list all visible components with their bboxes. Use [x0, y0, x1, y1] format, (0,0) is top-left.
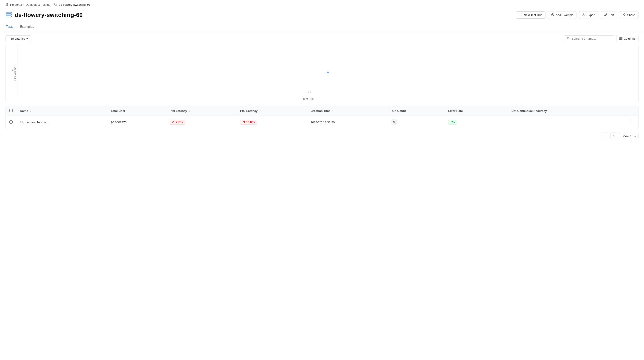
add-example-button[interactable]: Add Example	[548, 11, 577, 19]
col-error-rate[interactable]: Error Rate ↕	[444, 106, 508, 116]
page-header: ds-flowery-switching-60 + + New Test Run…	[0, 9, 644, 22]
tab-bar: Tests Examples	[0, 22, 644, 31]
chart-y-label: P50 Latency	[13, 66, 16, 80]
col-name[interactable]: Name ↕	[16, 106, 107, 116]
export-button[interactable]: Export	[578, 11, 599, 19]
toolbar-right: Columns	[564, 35, 638, 42]
row-checkbox[interactable]	[10, 120, 12, 124]
chart-inner	[17, 45, 638, 95]
columns-button[interactable]: Columns	[616, 35, 638, 42]
cot-sort-icon: ↕	[548, 110, 550, 112]
col-cot-accuracy[interactable]: Cot Contextual Accuracy ↕	[508, 106, 624, 116]
col-p50-latency[interactable]: P50 Latency ↕	[166, 106, 236, 116]
row-checkbox-cell	[6, 116, 16, 129]
p99-sort-icon: ↕	[259, 110, 260, 112]
breadcrumb-datasets[interactable]: Datasets & Testing	[26, 3, 50, 6]
show-count-chevron: ⌃	[634, 135, 636, 137]
svg-point-6	[567, 37, 569, 39]
svg-rect-9	[621, 37, 622, 40]
add-example-label: Add Example	[556, 13, 573, 17]
col-p99-latency[interactable]: P99 Latency ↕	[236, 106, 307, 116]
p50-badge: ⏱ 7.75s	[170, 120, 185, 125]
col-creation-time[interactable]: Creation Time ↓	[307, 106, 387, 116]
svg-rect-2	[6, 12, 11, 13]
run-name[interactable]: test-somber-pa...	[26, 121, 48, 124]
header-actions: + + New Test Run Add Example Export Edit	[516, 11, 639, 19]
breadcrumb: Personal › Datasets & Testing › ds-flowe…	[0, 0, 644, 9]
runs-table: Name ↕ Total Cost P50 Latency ↕ P99 Late…	[6, 106, 638, 129]
edit-label: Edit	[609, 13, 614, 17]
row-error-rate-cell: 0%	[444, 116, 508, 129]
svg-rect-4	[6, 16, 11, 17]
p50-latency-label: P50 Latency	[8, 37, 25, 40]
new-test-run-button[interactable]: + + New Test Run	[516, 11, 546, 18]
plus-icon: +	[519, 13, 521, 17]
creation-time-value: 2024/2/6 18:33:20	[310, 121, 334, 124]
tab-tests[interactable]: Tests	[6, 22, 14, 31]
breadcrumb-current: ds-flowery-switching-60	[59, 3, 90, 6]
creation-time-sort-icon: ↓	[332, 110, 333, 112]
export-icon	[582, 13, 585, 17]
share-button[interactable]: Share	[619, 11, 638, 19]
toolbar: P50 Latency ▾ Columns	[0, 35, 644, 45]
columns-label: Columns	[624, 37, 636, 40]
svg-point-1	[54, 3, 57, 4]
row-menu-cell: ⋮	[624, 116, 638, 129]
col-actions-header	[624, 106, 638, 116]
header-left: ds-flowery-switching-60	[6, 11, 82, 18]
chart-y-value: 8	[12, 69, 14, 72]
breadcrumb-sep-1: ›	[23, 3, 24, 6]
chart-x-axis-label: Test Run	[303, 97, 314, 101]
breadcrumb-personal[interactable]: Personal	[10, 3, 22, 6]
chart-data-point	[327, 71, 329, 73]
chart-x-label: #1	[308, 91, 311, 94]
row-creation-time-cell: 2024/2/6 18:33:20	[307, 116, 387, 129]
run-count-badge: 3	[390, 119, 397, 125]
page-title: ds-flowery-switching-60	[15, 11, 82, 18]
p50-latency-dropdown[interactable]: P50 Latency ▾	[6, 35, 31, 42]
columns-icon	[619, 37, 622, 40]
error-rate-sort-icon: ↕	[464, 110, 466, 112]
p99-value: 13.80s	[246, 121, 255, 124]
share-label: Share	[627, 13, 635, 17]
user-icon	[6, 3, 9, 7]
tab-examples[interactable]: Examples	[20, 22, 34, 31]
breadcrumb-sep-2: ›	[52, 3, 53, 6]
checkbox-header	[6, 106, 16, 116]
search-input[interactable]	[572, 37, 612, 40]
p50-sort-icon: ↕	[189, 110, 190, 112]
toolbar-left: P50 Latency ▾	[6, 35, 31, 42]
edit-button[interactable]: Edit	[600, 11, 617, 19]
next-page-button[interactable]: ›	[610, 133, 617, 139]
select-all-checkbox[interactable]	[10, 109, 12, 112]
export-label: Export	[586, 13, 595, 17]
p50-value: 7.75s	[176, 121, 183, 124]
pagination: ‹ › Show 10 ⌃	[0, 129, 644, 143]
svg-rect-7	[620, 37, 620, 40]
svg-rect-3	[6, 14, 11, 15]
add-example-icon	[551, 13, 554, 17]
p50-clock-icon: ⏱	[172, 121, 175, 124]
prev-icon: ‹	[604, 134, 606, 138]
table-header-row: Name ↕ Total Cost P50 Latency ↕ P99 Late…	[6, 106, 638, 116]
search-box	[564, 35, 614, 42]
search-icon	[567, 37, 570, 40]
row-run-count-cell: 3	[387, 116, 444, 129]
col-total-cost: Total Cost	[107, 106, 166, 116]
error-rate-badge: 0%	[448, 120, 457, 125]
row-menu-button[interactable]: ⋮	[628, 119, 634, 125]
chevron-down-icon: ▾	[26, 37, 28, 40]
svg-rect-8	[620, 37, 621, 40]
total-cost-value: $0.0007375	[111, 121, 127, 124]
run-number: #1	[20, 121, 23, 124]
table-row: #1 test-somber-pa... $0.0007375 ⏱ 7.75s …	[6, 116, 638, 129]
row-p99-cell: ⏱ 13.80s	[236, 116, 307, 129]
show-count-selector[interactable]: Show 10 ⌃	[619, 133, 638, 139]
db-breadcrumb-icon	[54, 3, 58, 7]
chart-area: P50 Latency 8 #1 Test Run	[6, 45, 638, 102]
svg-point-0	[6, 3, 8, 4]
prev-page-button[interactable]: ‹	[602, 133, 608, 139]
row-p50-cell: ⏱ 7.75s	[166, 116, 236, 129]
table-container: Name ↕ Total Cost P50 Latency ↕ P99 Late…	[6, 106, 638, 129]
name-sort-icon: ↕	[30, 110, 31, 112]
